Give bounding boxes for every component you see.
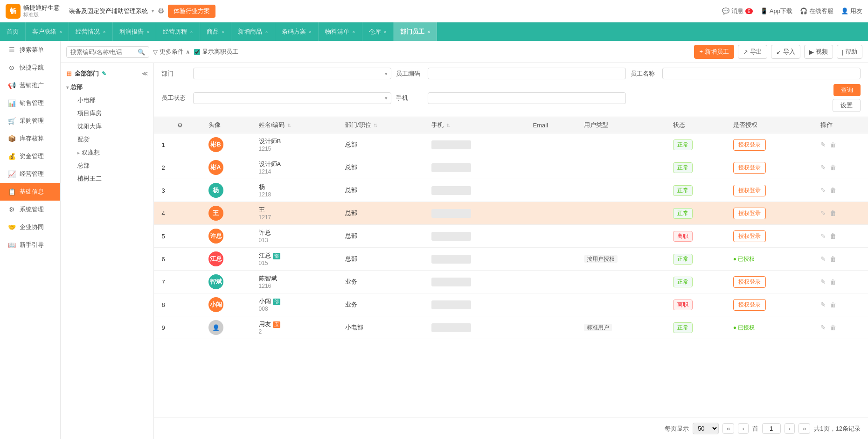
page-size-select[interactable]: 102050100 <box>693 423 719 434</box>
collapse-dept-icon[interactable]: ≪ <box>142 70 148 77</box>
query-btn[interactable]: 查询 <box>833 84 861 96</box>
edit-icon[interactable]: ✎ <box>820 232 826 240</box>
nav-tab-条码方案[interactable]: 条码方案× <box>275 22 319 41</box>
auth-login-btn[interactable]: 授权登录 <box>733 299 766 311</box>
close-tab-icon[interactable]: × <box>190 29 193 35</box>
system-dropdown-arrow[interactable]: ▾ <box>152 8 154 14</box>
sidebar-item-基础信息[interactable]: 📋基础信息 <box>0 183 60 201</box>
dept-tree-item[interactable]: 配货 <box>61 133 153 146</box>
dept-select[interactable] <box>193 68 391 79</box>
close-tab-icon[interactable]: × <box>309 29 312 35</box>
trial-button[interactable]: 体验行业方案 <box>168 5 215 18</box>
edit-icon[interactable]: ✎ <box>820 301 826 308</box>
user-btn[interactable]: 👤 用友 <box>841 7 862 15</box>
dept-tree-item[interactable]: ▾总部 <box>61 81 153 94</box>
first-page-btn[interactable]: « <box>722 423 734 434</box>
delete-icon[interactable]: 🗑 <box>830 141 836 148</box>
set-btn[interactable]: 设置 <box>833 99 861 112</box>
delete-icon[interactable]: 🗑 <box>830 255 836 263</box>
nav-tab-商品[interactable]: 商品× <box>200 22 231 41</box>
sidebar-item-经营管理[interactable]: 📈经营管理 <box>0 165 60 183</box>
sidebar-item-企业协同[interactable]: 🤝企业协同 <box>0 218 60 236</box>
last-page-btn[interactable]: » <box>799 423 810 434</box>
edit-icon[interactable]: ✎ <box>820 141 826 148</box>
sidebar-item-采购管理[interactable]: 🛒采购管理 <box>0 112 60 130</box>
nav-tab-物料清单[interactable]: 物料清单× <box>319 22 362 41</box>
sidebar-item-资金管理[interactable]: 💰资金管理 <box>0 147 60 165</box>
close-tab-icon[interactable]: × <box>59 29 62 35</box>
emp-name-input[interactable] <box>662 68 861 79</box>
delete-icon[interactable]: 🗑 <box>830 209 836 217</box>
nav-tab-仓库[interactable]: 仓库× <box>362 22 394 41</box>
edit-icon[interactable]: ✎ <box>820 209 826 217</box>
dept-tree-item[interactable]: 植树王二 <box>61 172 153 185</box>
nav-tab-经营历程[interactable]: 经营历程× <box>156 22 200 41</box>
dept-tree-item[interactable]: 沈阳大库 <box>61 120 153 133</box>
edit-icon[interactable]: ✎ <box>820 255 826 263</box>
close-tab-icon[interactable]: × <box>103 29 105 35</box>
show-resigned-checkbox[interactable]: 显示离职员工 <box>194 48 238 56</box>
nav-tab-新增商品[interactable]: 新增商品× <box>231 22 275 41</box>
nav-tab-首页[interactable]: 首页 <box>0 22 26 41</box>
dept-tree-item[interactable]: ▸双鹿想 <box>61 146 153 159</box>
auth-login-btn[interactable]: 授权登录 <box>733 276 766 288</box>
dept-tree-item[interactable]: 小电部 <box>61 94 153 107</box>
settings-icon[interactable]: ⚙ <box>158 7 164 15</box>
add-employee-btn[interactable]: + 新增员工 <box>694 45 734 59</box>
next-page-btn[interactable]: › <box>785 423 795 434</box>
nav-tab-客户联络[interactable]: 客户联络× <box>26 22 69 41</box>
sidebar-item-系统管理[interactable]: ⚙系统管理 <box>0 201 60 218</box>
auth-login-btn[interactable]: 授权登录 <box>733 162 766 174</box>
edit-icon[interactable]: ✎ <box>820 324 826 331</box>
sidebar-item-销售管理[interactable]: 📊销售管理 <box>0 94 60 112</box>
sidebar-item-搜索菜单[interactable]: ☰搜索菜单 <box>0 41 60 59</box>
prev-page-btn[interactable]: ‹ <box>738 423 748 434</box>
help-btn[interactable]: | 帮助 <box>837 45 862 59</box>
more-filter-btn[interactable]: ▽ 更多条件 ∧ <box>153 48 190 56</box>
sidebar-item-库存核算[interactable]: 📦库存核算 <box>0 130 60 147</box>
delete-icon[interactable]: 🗑 <box>830 301 836 308</box>
auth-login-btn[interactable]: 授权登录 <box>733 208 766 219</box>
close-tab-icon[interactable]: × <box>352 29 355 35</box>
delete-icon[interactable]: 🗑 <box>830 278 836 286</box>
auth-login-btn[interactable]: 授权登录 <box>733 185 766 196</box>
nav-tab-部门员工[interactable]: 部门员工× <box>394 22 437 41</box>
dept-tree-item[interactable]: 总部 <box>61 159 153 172</box>
close-tab-icon[interactable]: × <box>146 29 149 35</box>
edit-dept-icon[interactable]: ✎ <box>102 70 106 77</box>
col-dept_position[interactable]: 部门/职位 ⇅ <box>340 117 427 133</box>
close-tab-icon[interactable]: × <box>427 29 430 35</box>
edit-icon[interactable]: ✎ <box>820 278 826 286</box>
sidebar-item-快捷导航[interactable]: ⊙快捷导航 <box>0 59 60 77</box>
auth-login-btn[interactable]: 授权登录 <box>733 139 766 151</box>
delete-icon[interactable]: 🗑 <box>830 232 836 240</box>
import-btn[interactable]: ↙ 导入 <box>771 45 800 59</box>
close-tab-icon[interactable]: × <box>265 29 268 35</box>
sidebar-item-新手引导[interactable]: 📖新手引导 <box>0 236 60 254</box>
edit-icon[interactable]: ✎ <box>820 187 826 194</box>
delete-icon[interactable]: 🗑 <box>830 324 836 331</box>
edit-icon[interactable]: ✎ <box>820 164 826 171</box>
app-download-btn[interactable]: 📱 App下载 <box>760 7 792 15</box>
col-phone[interactable]: 手机 ⇅ <box>427 117 528 133</box>
close-tab-icon[interactable]: × <box>222 29 224 35</box>
online-service-btn[interactable]: 🎧 在线客服 <box>800 7 833 15</box>
message-btn[interactable]: 💬 消息 6 <box>722 7 753 15</box>
close-tab-icon[interactable]: × <box>384 29 387 35</box>
search-input[interactable] <box>70 49 136 56</box>
auth-login-btn[interactable]: 授权登录 <box>733 230 766 242</box>
nav-tab-经营情况[interactable]: 经营情况× <box>69 22 112 41</box>
export-btn[interactable]: ↗ 导出 <box>738 45 767 59</box>
search-box[interactable]: 🔍 <box>66 46 149 58</box>
video-btn[interactable]: ▶ 视频 <box>804 45 833 59</box>
nav-tab-利润报告[interactable]: 利润报告× <box>113 22 156 41</box>
delete-icon[interactable]: 🗑 <box>830 187 836 194</box>
dept-tree-item[interactable]: 项目库房 <box>61 107 153 120</box>
delete-icon[interactable]: 🗑 <box>830 164 836 171</box>
emp-status-select[interactable] <box>193 92 391 104</box>
emp-code-input[interactable] <box>428 68 626 79</box>
col-name_code[interactable]: 姓名/编码 ⇅ <box>254 117 340 133</box>
sidebar-item-营销推广[interactable]: 📢营销推广 <box>0 77 60 94</box>
phone-input[interactable] <box>428 92 626 104</box>
page-input[interactable] <box>762 423 781 434</box>
